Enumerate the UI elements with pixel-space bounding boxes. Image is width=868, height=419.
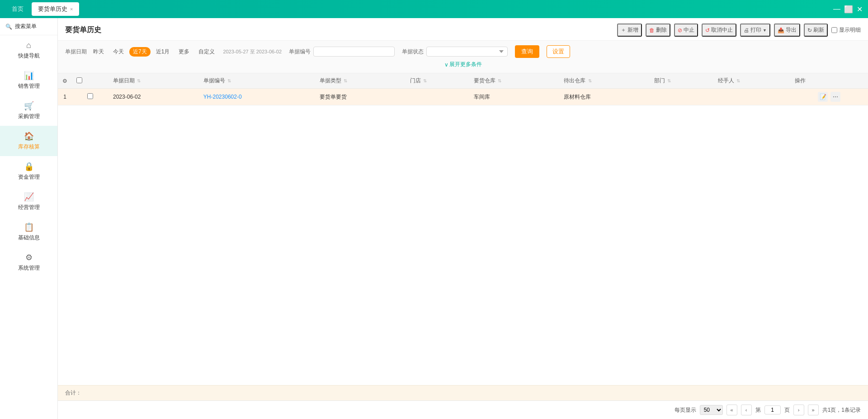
sidebar-item-finance[interactable]: 🔒 资金管理 — [0, 156, 57, 186]
tab-order-history-label: 要货单历史 — [38, 5, 67, 13]
operations-icon: 📈 — [24, 192, 34, 202]
page-number-input[interactable] — [764, 405, 781, 414]
row-more-icon[interactable]: ⋯ — [830, 92, 840, 102]
date-btn-7days[interactable]: 近7天 — [129, 47, 151, 57]
table-row: 1 2023-06-02 YH-20230602-0 要货单要货 车间库 原材料… — [58, 89, 868, 105]
th-req-warehouse-label: 要货仓库 — [474, 77, 495, 84]
th-store-label: 门店 — [410, 77, 421, 84]
tab-home[interactable]: 首页 — [5, 2, 30, 16]
th-doc-no[interactable]: 单据编号 ⇅ — [199, 73, 315, 89]
th-department[interactable]: 部门 ⇅ — [650, 73, 713, 89]
total-info: 共1页，1条记录 — [822, 406, 861, 414]
row-checkbox-cell[interactable] — [72, 89, 108, 105]
cart-icon: 🛒 — [24, 101, 34, 111]
window-minimize-btn[interactable]: — — [833, 5, 840, 13]
th-store[interactable]: 门店 ⇅ — [406, 73, 469, 89]
print-icon: 🖨 — [744, 27, 749, 33]
sidebar-item-label: 库存核算 — [18, 143, 40, 151]
status-select[interactable] — [426, 47, 508, 57]
table-settings-cell[interactable]: ⚙ — [58, 73, 72, 89]
date-btn-custom[interactable]: 自定义 — [195, 47, 218, 57]
sidebar: 🔍 搜索菜单 ⌂ 快捷导航 📊 销售管理 🛒 采购管理 🏠 库存核算 🔒 资金管… — [0, 18, 58, 419]
next-page-btn[interactable]: › — [793, 405, 804, 415]
row-date: 2023-06-02 — [108, 89, 199, 105]
date-btn-more[interactable]: 更多 — [175, 47, 193, 57]
first-page-btn[interactable]: « — [726, 405, 737, 415]
doc-no-link[interactable]: YH-20230602-0 — [203, 94, 242, 100]
cancel-stop-btn[interactable]: ↺ 取消中止 — [702, 24, 736, 37]
sidebar-item-sales[interactable]: 📊 销售管理 — [0, 65, 57, 95]
page-actions: ＋ 新增 🗑 删除 ⊘ 中止 ↺ 取消中止 🖨 打印 ▼ 📤 — [617, 24, 861, 37]
table-header-checkbox[interactable] — [72, 73, 108, 89]
sidebar-item-operations[interactable]: 📈 经营管理 — [0, 186, 57, 217]
th-doc-no-label: 单据编号 — [203, 77, 225, 84]
th-operation: 操作 — [790, 73, 868, 89]
sidebar-item-label: 基础信息 — [18, 234, 40, 242]
th-doc-type[interactable]: 单据类型 ⇅ — [315, 73, 406, 89]
th-date[interactable]: 单据日期 ⇅ — [108, 73, 199, 89]
print-dropdown-icon: ▼ — [763, 28, 767, 33]
warehouse-icon: 🏠 — [24, 131, 34, 141]
expand-more-btn[interactable]: ∨ 展开更多条件 — [65, 61, 861, 68]
th-handler[interactable]: 经手人 ⇅ — [713, 73, 790, 89]
per-page-label: 每页显示 — [675, 406, 696, 414]
sidebar-item-quick-nav[interactable]: ⌂ 快捷导航 — [0, 35, 57, 65]
th-req-warehouse[interactable]: 要货仓库 ⇅ — [469, 73, 560, 89]
delete-label: 删除 — [656, 26, 667, 34]
sidebar-item-label: 快捷导航 — [18, 52, 40, 60]
sort-icon-department: ⇅ — [667, 78, 671, 83]
doc-number-label: 单据编号 — [289, 48, 311, 56]
tab-close-icon[interactable]: × — [70, 6, 73, 12]
delete-icon: 🗑 — [649, 27, 655, 33]
sidebar-item-label: 系统管理 — [18, 264, 40, 272]
row-handler — [713, 89, 790, 105]
doc-number-input[interactable] — [313, 47, 395, 57]
sidebar-search[interactable]: 🔍 搜索菜单 — [0, 18, 57, 35]
refresh-label: 刷新 — [813, 26, 824, 34]
prev-page-btn[interactable]: ‹ — [741, 405, 752, 415]
row-doc-no[interactable]: YH-20230602-0 — [199, 89, 315, 105]
window-maximize-btn[interactable]: ⬜ — [844, 5, 853, 14]
info-icon: 📋 — [24, 222, 34, 232]
export-btn[interactable]: 📤 导出 — [774, 24, 800, 37]
main-content: 要货单历史 ＋ 新增 🗑 删除 ⊘ 中止 ↺ 取消中止 🖨 打印 ▼ — [58, 18, 868, 419]
sort-icon-handler: ⇅ — [736, 78, 740, 83]
row-checkbox[interactable] — [87, 93, 93, 99]
topbar: 首页 要货单历史 × — ⬜ ✕ — [0, 0, 868, 18]
tab-order-history[interactable]: 要货单历史 × — [32, 2, 79, 16]
per-page-select[interactable]: 50 20 100 — [700, 405, 723, 415]
th-pending-warehouse-label: 待出仓库 — [564, 77, 585, 84]
tab-home-label: 首页 — [12, 5, 24, 13]
stop-btn[interactable]: ⊘ 中止 — [674, 24, 698, 37]
display-detail-toggle[interactable]: 显示明细 — [831, 26, 861, 34]
sidebar-item-label: 销售管理 — [18, 82, 40, 90]
window-close-btn[interactable]: ✕ — [857, 5, 863, 14]
date-btn-today[interactable]: 今天 — [109, 47, 127, 57]
date-btn-1month[interactable]: 近1月 — [152, 47, 174, 57]
sidebar-item-system[interactable]: ⚙ 系统管理 — [0, 247, 57, 277]
lock-icon: 🔒 — [24, 162, 34, 171]
th-department-label: 部门 — [654, 77, 665, 84]
query-btn[interactable]: 查询 — [515, 45, 539, 58]
last-page-btn[interactable]: » — [808, 405, 819, 415]
select-all-checkbox[interactable] — [76, 77, 82, 83]
page-suffix: 页 — [784, 406, 790, 414]
sidebar-item-basic-info[interactable]: 📋 基础信息 — [0, 217, 57, 247]
new-btn[interactable]: ＋ 新增 — [617, 24, 642, 37]
stop-label: 中止 — [684, 26, 694, 34]
export-label: 导出 — [786, 26, 797, 34]
delete-btn[interactable]: 🗑 删除 — [646, 24, 670, 37]
home-icon: ⌂ — [26, 41, 31, 50]
th-pending-warehouse[interactable]: 待出仓库 ⇅ — [559, 73, 650, 89]
sidebar-item-purchase[interactable]: 🛒 采购管理 — [0, 95, 57, 126]
settings-filter-btn[interactable]: 设置 — [547, 45, 570, 58]
table-body: 1 2023-06-02 YH-20230602-0 要货单要货 车间库 原材料… — [58, 89, 868, 105]
refresh-btn[interactable]: ↻ 刷新 — [804, 24, 828, 37]
print-btn[interactable]: 🖨 打印 ▼ — [740, 24, 770, 37]
display-detail-checkbox[interactable] — [831, 27, 837, 33]
sort-icon-doc-no: ⇅ — [227, 78, 231, 83]
th-handler-label: 经手人 — [718, 77, 734, 84]
date-btn-yesterday[interactable]: 昨天 — [90, 47, 108, 57]
row-edit-icon[interactable]: 📝 — [818, 92, 828, 102]
sidebar-item-inventory[interactable]: 🏠 库存核算 — [0, 126, 57, 156]
